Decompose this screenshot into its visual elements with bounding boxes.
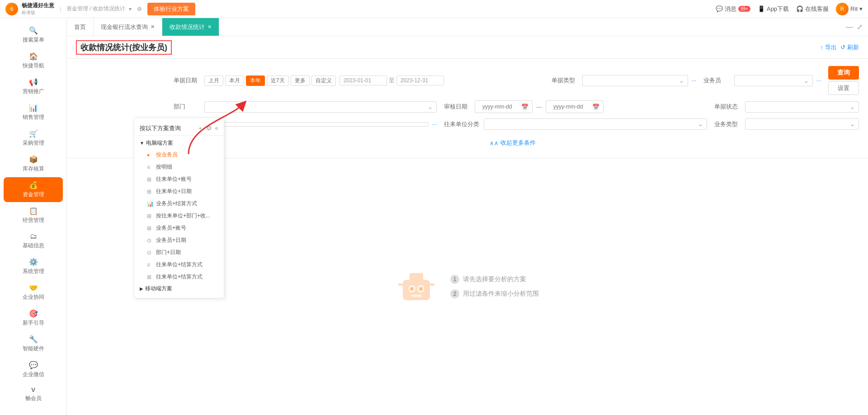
- scheme-label-ps: 往来单位+结算方式: [156, 261, 203, 269]
- user-menu[interactable]: R Rit ▾: [836, 3, 863, 15]
- collapse-more-btn[interactable]: ∧∧ 收起更多条件: [166, 135, 859, 151]
- collapse-label: 收起更多条件: [500, 139, 536, 147]
- scheme-panel: 按以下方案查询 ＋ ⚙ «: [134, 118, 224, 298]
- date-btn-custom[interactable]: 自定义: [311, 75, 336, 86]
- date-start-input[interactable]: [340, 75, 387, 85]
- scheme-dept-date[interactable]: ⊙ 部门+日期: [136, 246, 222, 259]
- sidebar-item-search-menu[interactable]: 🔍 搜索菜单: [4, 23, 63, 47]
- date-btn-more[interactable]: 更多: [291, 75, 310, 86]
- query-button[interactable]: 查询: [828, 66, 859, 80]
- audit-date-field: 审核日期 📅 — 📅: [444, 100, 707, 113]
- pc-group-expand-icon: ▼: [140, 141, 144, 146]
- tab-home[interactable]: 首页: [67, 18, 94, 36]
- trial-button[interactable]: 体验行业方案: [147, 3, 195, 15]
- version-tag: 标准版: [22, 9, 54, 16]
- salesman-select[interactable]: ⌄: [734, 75, 813, 86]
- sidebar-item-inventory[interactable]: 📦 库存核算: [4, 151, 63, 176]
- scheme-partner-account[interactable]: ⊞ 往来单位+账号: [136, 173, 222, 185]
- bank-flow-tab-close[interactable]: ✕: [151, 24, 155, 30]
- audit-date-end-input[interactable]: [550, 102, 590, 111]
- sidebar-item-enterprise[interactable]: 🤝 企业协同: [4, 280, 63, 305]
- scheme-salesman-account[interactable]: ⊞ 业务员+账号: [136, 222, 222, 234]
- scheme-icon-detail: ≡: [147, 164, 153, 170]
- panel-add-btn[interactable]: ＋: [197, 124, 203, 132]
- export-button[interactable]: ↑ 导出: [821, 43, 837, 52]
- sidebar-item-guide[interactable]: 🎯 新手引导: [4, 306, 63, 330]
- export-icon: ↑: [821, 44, 824, 51]
- scheme-partner-settle[interactable]: ≡ 往来单位+结算方式: [136, 259, 222, 271]
- tab-bar-actions: — ⤢: [840, 23, 868, 31]
- scheme-icon-pdr: ⊞: [147, 213, 153, 219]
- partner-select[interactable]: [204, 122, 429, 127]
- app-download-btn[interactable]: 📱 App下载: [758, 5, 789, 13]
- date-btn-this-month[interactable]: 本月: [225, 75, 244, 86]
- scheme-salesman-settle[interactable]: 📊 业务员+结算方式: [136, 198, 222, 210]
- panel-settings-btn[interactable]: ⚙: [206, 124, 212, 132]
- scheme-partner-dept[interactable]: ⊞ 按往来单位+部门+收...: [136, 210, 222, 222]
- biz-type-select[interactable]: ⌄: [745, 118, 859, 130]
- tab-bank-flow[interactable]: 现金银行流水查询 ✕: [94, 18, 162, 36]
- sidebar-item-wechat[interactable]: 💬 企业微信: [4, 357, 63, 382]
- mobile-group-header[interactable]: ▶ 移动端方案: [136, 283, 222, 294]
- svg-rect-7: [398, 283, 403, 286]
- calendar-icon-end[interactable]: 📅: [592, 104, 599, 110]
- sidebar-item-label: 智能硬件: [23, 345, 44, 353]
- sidebar-item-member[interactable]: V 畅会员: [4, 383, 63, 406]
- tab-receipt-stats[interactable]: 收款情况统计 ✕: [162, 18, 219, 36]
- bank-flow-tab-label: 现金银行流水查询: [101, 23, 148, 31]
- doc-status-select[interactable]: ⌄: [745, 101, 859, 113]
- messages-btn[interactable]: 💬 消息 99+: [716, 5, 750, 13]
- voucher-type-more-btn[interactable]: ···: [692, 77, 696, 84]
- sidebar-item-operations[interactable]: 📋 经营管理: [4, 203, 63, 228]
- search-menu-icon: 🔍: [29, 26, 38, 35]
- message-icon: 💬: [716, 5, 723, 12]
- date-btn-last-month[interactable]: 上月: [204, 75, 223, 86]
- settings-button[interactable]: 设置: [828, 81, 859, 95]
- sidebar-item-basic-info[interactable]: 🗂 基础信息: [4, 229, 63, 253]
- svg-rect-6: [411, 295, 422, 297]
- sidebar-item-sales[interactable]: 📊 销售管理: [4, 100, 63, 125]
- salesman-more-btn[interactable]: ···: [816, 77, 821, 84]
- voucher-type-label: 单据类型: [552, 76, 579, 85]
- sidebar-item-hardware[interactable]: 🔧 智能硬件: [4, 331, 63, 356]
- tab-minimize-btn[interactable]: —: [846, 23, 853, 31]
- receipt-stats-tab-close[interactable]: ✕: [208, 24, 212, 30]
- partner-more-btn[interactable]: ···: [432, 121, 437, 127]
- scheme-partner-date[interactable]: ⊞ 往来单位+日期: [136, 185, 222, 198]
- dept-select[interactable]: ⌄: [204, 101, 437, 113]
- dropdown-icon[interactable]: ▾: [129, 6, 132, 12]
- online-service-btn[interactable]: 🎧 在线客服: [796, 5, 829, 13]
- calendar-icon-start[interactable]: 📅: [521, 104, 528, 110]
- pc-group-header[interactable]: ▼ 电脑端方案: [136, 137, 222, 149]
- date-btn-7days[interactable]: 近7天: [267, 75, 289, 86]
- empty-state-content: 1 请先选择要分析的方案 2 用过滤条件来缩小分析范围: [396, 266, 539, 307]
- scheme-salesman-date[interactable]: ⊙ 业务员+日期: [136, 234, 222, 246]
- scheme-partner-settle2[interactable]: ⊞ 往来单位+结算方式: [136, 271, 222, 283]
- scheme-by-detail[interactable]: ≡ 按明细: [136, 161, 222, 173]
- sidebar-item-quick-nav[interactable]: 🏠 快捷导航: [4, 48, 63, 73]
- sidebar-item-marketing[interactable]: 📢 营销推广: [4, 74, 63, 99]
- voucher-type-select[interactable]: ⌄: [582, 75, 688, 86]
- voucher-type-dropdown-icon: ⌄: [679, 77, 684, 84]
- biz-type-field: 业务类型 ⌄: [714, 118, 859, 130]
- scheme-by-salesman[interactable]: ● 按业务员: [136, 149, 222, 161]
- partner-category-field: 往来单位分类 ⌄: [444, 118, 707, 130]
- panel-collapse-btn[interactable]: «: [215, 124, 218, 132]
- partner-category-select[interactable]: ⌄: [484, 118, 707, 130]
- sidebar-item-label: 销售管理: [23, 113, 44, 121]
- scheme-icon-ps2: ⊞: [147, 274, 153, 280]
- scheme-icon-pd: ⊞: [147, 189, 153, 195]
- settings-icon[interactable]: ⚙: [137, 6, 142, 12]
- pc-scheme-group: ▼ 电脑端方案 ● 按业务员 ≡ 按明细 ⊞ 往来单位+账号: [134, 137, 224, 283]
- scheme-label-pa: 往来单位+账号: [156, 175, 192, 183]
- scheme-icon-dd: ⊙: [147, 250, 153, 256]
- refresh-button[interactable]: ↺ 刷新: [840, 43, 859, 52]
- audit-date-start-input[interactable]: [479, 102, 519, 111]
- tab-maximize-btn[interactable]: ⤢: [857, 23, 863, 31]
- sidebar-item-system[interactable]: ⚙️ 系统管理: [4, 254, 63, 279]
- svg-point-4: [410, 287, 414, 291]
- sidebar-item-purchase[interactable]: 🛒 采购管理: [4, 126, 63, 151]
- date-btn-this-year[interactable]: 本年: [246, 75, 265, 86]
- sidebar-item-finance[interactable]: 💰 资金管理: [4, 177, 63, 202]
- date-end-input[interactable]: [396, 75, 444, 85]
